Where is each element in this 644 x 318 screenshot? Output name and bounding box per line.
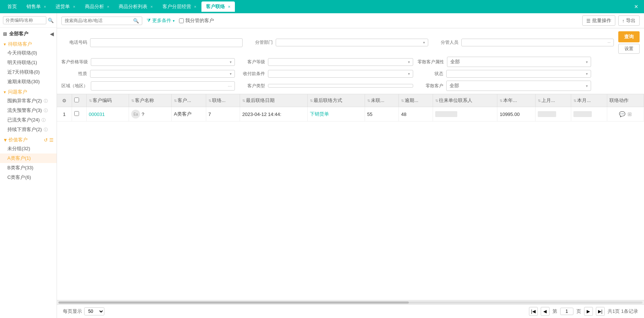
sort-icon-12: ⇅ [573, 99, 576, 103]
area-select[interactable]: ··· [91, 81, 235, 91]
horizontal-scrollbar[interactable] [57, 300, 644, 304]
section-problem-customers[interactable]: ▼ 问题客户 [0, 86, 57, 96]
sidebar: 🔍 ⊞ 全部客户 ◀ ▼ 待联络客户 今天待联络(0) 明天待联络(1) 近7天… [0, 13, 57, 318]
message-action-icon[interactable]: 💬 [619, 111, 625, 117]
sidebar-item-today-pending[interactable]: 今天待联络(0) [0, 48, 57, 58]
nav-product-analysis-list[interactable]: 商品分析列表 × [114, 1, 157, 12]
retail-attr-select[interactable]: 全部 ▾ [447, 57, 591, 67]
scrollbar-thumb[interactable] [58, 301, 409, 304]
sidebar-item-hoarding[interactable]: 囤购异常客户(2) ⓘ [0, 96, 57, 106]
my-customers-filter[interactable]: 我分管的客户 [179, 17, 214, 24]
sidebar-item-class-b[interactable]: B类客户(33) [0, 163, 57, 173]
last-page-button[interactable]: ▶| [596, 307, 605, 316]
close-customer-stratification-icon[interactable]: × [194, 4, 196, 9]
main-search-input[interactable] [65, 18, 131, 23]
th-last-contact-method: ⇅ 最后联络方式 [308, 94, 365, 107]
filter-row-2: 客户价格等级 ▾ 客户等级 ▾ 零散客户属性 全部 [61, 57, 640, 67]
person-field: 分管人员 ··· [433, 39, 614, 46]
my-customers-checkbox[interactable] [179, 18, 184, 23]
area-dots[interactable]: ··· [228, 83, 232, 89]
th-last-month: ⇅ 上月... [536, 94, 571, 107]
cell-contact-count: 7 [206, 107, 240, 121]
nature-select[interactable]: ▾ [90, 70, 235, 78]
sidebar-item-7days-pending[interactable]: 近7天待联络(0) [0, 67, 57, 77]
export-button[interactable]: ↑ 导出 [618, 15, 640, 26]
settings-button[interactable]: 设置 [618, 44, 640, 54]
th-this-year: ⇅ 本年... [497, 94, 536, 107]
select-all-checkbox[interactable] [74, 98, 79, 102]
person-select[interactable]: ··· [461, 39, 614, 46]
nav-customer-stratification[interactable]: 客户分层经营 × [158, 1, 201, 12]
customer-code-link[interactable]: 000031 [89, 112, 105, 117]
nav-customer-contact[interactable]: 客户联络 × [201, 1, 235, 12]
next-page-button[interactable]: ▶ [584, 307, 593, 316]
customer-level-arrow: ▾ [408, 60, 410, 64]
sidebar-item-overdue-contact[interactable]: 逾期未联络(30) [0, 77, 57, 86]
search-icon-main[interactable]: 🔍 [133, 18, 139, 24]
close-product-analysis-list-icon[interactable]: × [150, 4, 153, 9]
sidebar-search-area: 🔍 [0, 13, 57, 28]
sidebar-search-input[interactable] [3, 16, 46, 24]
payment-select[interactable]: ▾ [268, 70, 413, 78]
sidebar-collapse-icon[interactable]: ◀ [50, 31, 54, 37]
contact-method-link[interactable]: 下销货单 [310, 111, 329, 117]
column-settings-icon[interactable]: ⚙ [62, 98, 67, 103]
dept-select[interactable]: ▾ [276, 39, 428, 46]
filter-bar: 🔍 ⧩ 更多条件 ▾ 我分管的客户 ☰ 批量操作 ↑ 导出 [57, 13, 644, 28]
sidebar-item-declining[interactable]: 持续下滑客户(2) ⓘ [0, 125, 57, 134]
nav-purchase-order[interactable]: 进货单 × [51, 1, 79, 12]
customer-avatar: Ea [131, 110, 140, 119]
cell-checkbox [72, 107, 86, 121]
prev-page-button[interactable]: ◀ [541, 307, 550, 316]
sort-icon-4: ⇅ [208, 99, 211, 103]
nav-home[interactable]: 首页 [3, 1, 21, 12]
area-field: 区域（地区） ··· [61, 81, 235, 91]
customer-level-select[interactable]: ▾ [268, 58, 413, 66]
row-checkbox[interactable] [74, 111, 79, 116]
sidebar-item-churn-warning[interactable]: 流失预警客户(3) ⓘ [0, 106, 57, 115]
dept-arrow-icon: ▾ [423, 40, 425, 45]
sidebar-item-class-c[interactable]: C类客户(6) [0, 173, 57, 182]
customer-type-select[interactable] [268, 84, 413, 88]
section-pending-contact[interactable]: ▼ 待联络客户 [0, 39, 57, 48]
share-action-icon[interactable]: ⊞ [627, 111, 632, 117]
sidebar-search-icon[interactable]: 🔍 [48, 18, 54, 23]
sidebar-item-tomorrow-pending[interactable]: 明天待联络(1) [0, 58, 57, 67]
filter-row-3: 性质 ▾ 收付款条件 ▾ 状态 [61, 70, 640, 78]
page-number-input[interactable] [560, 308, 573, 315]
close-purchase-order-icon[interactable]: × [73, 4, 75, 9]
sort-icon: ⇅ [89, 99, 92, 103]
person-dots: ··· [608, 40, 611, 45]
close-sales-order-icon[interactable]: × [44, 4, 46, 9]
export-icon: ↑ [622, 18, 625, 24]
cell-last-contact-method: 下销货单 [308, 107, 365, 121]
close-product-analysis-icon[interactable]: × [107, 4, 109, 9]
phone-input[interactable] [90, 38, 243, 47]
query-buttons: 查询 设置 [618, 31, 640, 54]
main-layout: 🔍 ⊞ 全部客户 ◀ ▼ 待联络客户 今天待联络(0) 明天待联络(1) 近7天… [0, 13, 644, 318]
settings-icon[interactable]: ☰ [49, 137, 54, 143]
first-page-button[interactable]: |◀ [529, 307, 538, 316]
sort-icon-2: ⇅ [131, 99, 134, 103]
batch-ops-button[interactable]: ☰ 批量操作 [582, 15, 615, 26]
refresh-icon[interactable]: ↺ [44, 137, 48, 143]
status-select[interactable]: ▾ [446, 70, 591, 78]
retail-customer-select[interactable]: 全部 ▾ [446, 81, 591, 91]
batch-icon: ☰ [586, 18, 591, 24]
customer-level-field: 客户等级 ▾ [239, 58, 413, 66]
page-size-select[interactable]: 50 100 200 [84, 307, 104, 315]
scrollbar-track[interactable] [58, 301, 643, 304]
query-button[interactable]: 查询 [618, 31, 640, 42]
close-customer-contact-icon[interactable]: × [228, 4, 230, 9]
price-level-select[interactable]: ▾ [91, 58, 235, 66]
customer-table: ⚙ ⇅ 客户编码 ⇅ [57, 94, 644, 121]
sidebar-item-ungrouped[interactable]: 未分组(32) [0, 144, 57, 153]
nav-sales-order[interactable]: 销售单 × [22, 1, 50, 12]
sidebar-item-churned[interactable]: 已流失客户(24) ⓘ [0, 115, 57, 125]
section-value-customers: ▼ 价值客户 ↺ ☰ [0, 134, 57, 144]
nav-product-analysis[interactable]: 商品分析 × [80, 1, 114, 12]
close-all-tabs-button[interactable]: × [631, 3, 641, 11]
more-filters-button[interactable]: ⧩ 更多条件 ▾ [147, 17, 175, 24]
th-checkbox [72, 94, 86, 107]
sidebar-item-class-a[interactable]: A类客户(1) [0, 153, 57, 163]
